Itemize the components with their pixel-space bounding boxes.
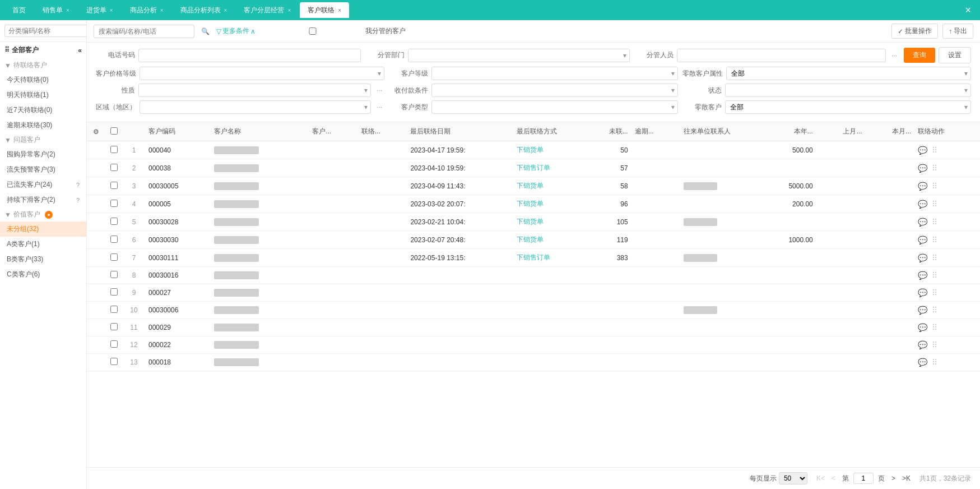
th-contact[interactable]: 联络... <box>358 122 407 141</box>
filter-payment-select[interactable] <box>431 84 677 97</box>
th-overdue[interactable]: 逾期... <box>631 122 681 141</box>
tab-home[interactable]: 首页 <box>4 2 34 18</box>
filter-retail-attr-select[interactable]: 全部 <box>726 67 971 80</box>
chat-icon[interactable]: 💬 <box>918 253 927 262</box>
row-checkbox[interactable] <box>110 358 118 365</box>
grid-icon[interactable]: ⠿ <box>932 218 937 227</box>
region-more-icon[interactable]: ··· <box>374 103 384 111</box>
chat-icon[interactable]: 💬 <box>918 200 927 209</box>
search-input[interactable] <box>94 25 194 38</box>
sidebar-item-declining[interactable]: 持续下滑客户(2) ? <box>0 192 86 207</box>
chat-icon[interactable]: 💬 <box>918 218 927 227</box>
group-problem-arrow[interactable]: ▼ <box>4 136 11 144</box>
row-checkbox[interactable] <box>110 340 118 348</box>
last-way-link[interactable]: 下销货单 <box>517 146 544 154</box>
td-check[interactable] <box>105 319 123 336</box>
row-checkbox[interactable] <box>110 182 118 189</box>
th-last-month[interactable]: 上月... <box>816 122 866 141</box>
group-value-arrow[interactable]: ▼ <box>4 211 11 219</box>
filter-customer-type-select[interactable] <box>431 100 677 114</box>
window-close-button[interactable]: × <box>960 4 976 16</box>
tab-purchase-close[interactable]: × <box>110 7 113 13</box>
sidebar-item-tomorrow[interactable]: 明天待联络(1) <box>0 87 86 103</box>
filter-nature-select[interactable] <box>138 84 371 97</box>
sidebar-item-class-c[interactable]: C类客户(6) <box>0 267 86 282</box>
last-page-btn[interactable]: >K <box>900 473 913 483</box>
tab-analysis-list[interactable]: 商品分析列表 × <box>173 2 235 18</box>
td-check[interactable] <box>105 354 123 371</box>
grid-icon[interactable]: ⠿ <box>932 306 937 315</box>
adv-reset-btn[interactable]: 设置 <box>939 47 971 63</box>
sidebar-item-abnormal[interactable]: 囤购异常客户(2) <box>0 147 86 162</box>
tab-analysis[interactable]: 商品分析 × <box>122 2 171 18</box>
sidebar-item-churned[interactable]: 已流失客户(24) ? <box>0 177 86 192</box>
td-check[interactable] <box>105 195 123 213</box>
grid-icon[interactable]: ⠿ <box>932 340 937 349</box>
page-number-input[interactable] <box>853 473 874 484</box>
filter-dept-select[interactable] <box>408 49 630 62</box>
th-last-date[interactable]: 最后联络日期 <box>407 122 513 141</box>
td-check[interactable] <box>105 231 123 249</box>
tab-customer-contact[interactable]: 客户联络 × <box>300 2 349 18</box>
row-checkbox[interactable] <box>110 306 118 313</box>
td-check[interactable] <box>105 141 123 159</box>
grid-icon[interactable]: ⠿ <box>932 271 937 280</box>
row-checkbox[interactable] <box>110 146 118 153</box>
chat-icon[interactable]: 💬 <box>918 164 927 173</box>
chat-icon[interactable]: 💬 <box>918 271 927 280</box>
th-this-year[interactable]: 本年... <box>759 122 816 141</box>
th-code[interactable]: 客户编码 <box>145 122 211 141</box>
th-check[interactable] <box>105 122 123 141</box>
chat-icon[interactable]: 💬 <box>918 288 927 297</box>
sidebar-item-churn-warning[interactable]: 流失预警客户(3) <box>0 162 86 177</box>
grid-icon[interactable]: ⠿ <box>932 146 937 155</box>
first-page-btn[interactable]: K< <box>814 473 827 483</box>
sidebar-collapse-icon[interactable]: « <box>78 47 82 54</box>
last-way-link[interactable]: 下销货单 <box>517 218 544 225</box>
chat-icon[interactable]: 💬 <box>918 306 927 315</box>
th-uncontact[interactable]: 未联... <box>582 122 631 141</box>
last-way-link[interactable]: 下销货单 <box>517 200 544 207</box>
person-more-icon[interactable]: ··· <box>889 52 899 59</box>
td-check[interactable] <box>105 267 123 284</box>
chat-icon[interactable]: 💬 <box>918 236 927 245</box>
sidebar-item-ungroup[interactable]: 未分组(32) <box>0 222 86 237</box>
tab-analysis-list-close[interactable]: × <box>224 7 227 13</box>
group-pending-arrow[interactable]: ▼ <box>4 62 11 70</box>
last-way-link[interactable]: 下销货单 <box>517 182 544 190</box>
row-checkbox[interactable] <box>110 288 118 296</box>
row-checkbox[interactable] <box>110 253 118 261</box>
my-customers-checkbox[interactable] <box>262 27 363 35</box>
filter-retail-select[interactable]: 全部 <box>725 100 971 114</box>
filter-person-input[interactable] <box>677 49 886 62</box>
sidebar-item-class-a[interactable]: A类客户(1) <box>0 237 86 252</box>
td-check[interactable] <box>105 302 123 319</box>
grid-icon[interactable]: ⠿ <box>932 200 937 209</box>
row-checkbox[interactable] <box>110 271 118 278</box>
tab-sales-close[interactable]: × <box>66 7 69 13</box>
sidebar-item-7days[interactable]: 近7天待联络(0) <box>0 103 86 118</box>
tab-customer-contact-close[interactable]: × <box>338 7 341 13</box>
export-btn[interactable]: ↑ 导出 <box>942 24 973 39</box>
td-check[interactable] <box>105 159 123 177</box>
prev-page-btn[interactable]: < <box>829 473 838 483</box>
tab-purchase[interactable]: 进货单 × <box>78 2 121 18</box>
sidebar-item-today[interactable]: 今天待联络(0) <box>0 72 86 87</box>
td-check[interactable] <box>105 213 123 231</box>
tab-customer-segment[interactable]: 客户分层经营 × <box>236 2 299 18</box>
sidebar-item-class-b[interactable]: B类客户(33) <box>0 252 86 267</box>
td-check[interactable] <box>105 284 123 302</box>
td-check[interactable] <box>105 177 123 195</box>
grid-icon[interactable]: ⠿ <box>932 323 937 332</box>
row-checkbox[interactable] <box>110 164 118 171</box>
filter-phone-input[interactable] <box>138 49 361 62</box>
th-type[interactable]: 客户... <box>309 122 358 141</box>
my-customers-checkbox-label[interactable]: 我分管的客户 <box>262 26 406 36</box>
filter-customer-level-select[interactable] <box>431 67 677 80</box>
row-checkbox[interactable] <box>110 218 118 225</box>
next-page-btn[interactable]: > <box>889 473 898 483</box>
th-last-way[interactable]: 最后联络方式 <box>513 122 582 141</box>
last-way-link[interactable]: 下销售订单 <box>517 164 550 172</box>
tab-sales[interactable]: 销售单 × <box>35 2 77 18</box>
batch-operation-btn[interactable]: ✓ 批量操作 <box>891 24 938 39</box>
